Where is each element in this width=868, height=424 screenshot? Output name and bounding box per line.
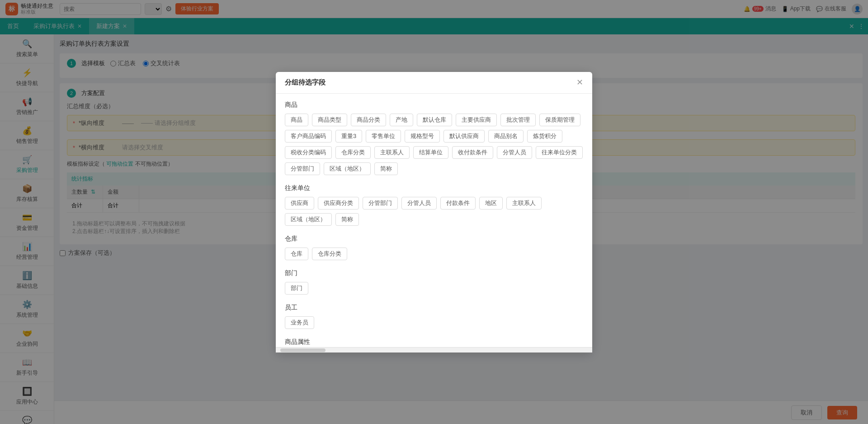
- field-tag-0-20[interactable]: 分管人员: [497, 146, 532, 159]
- field-tag-0-7[interactable]: 保质期管理: [539, 114, 580, 126]
- modal-close-icon[interactable]: ✕: [576, 78, 583, 86]
- field-tag-0-15[interactable]: 税收分类编码: [285, 146, 332, 159]
- field-tag-1-0[interactable]: 供应商: [285, 197, 314, 210]
- field-section-1: 往来单位供应商供应商分类分管部门分管人员付款条件地区主联系人区域（地区）简称: [285, 184, 583, 226]
- field-tag-0-18[interactable]: 结算单位: [413, 146, 448, 159]
- field-section-title-3: 部门: [285, 269, 583, 277]
- field-tag-0-21[interactable]: 往来单位分类: [536, 146, 583, 159]
- field-tag-0-0[interactable]: 商品: [285, 114, 308, 126]
- field-section-title-0: 商品: [285, 101, 583, 109]
- field-tag-0-10[interactable]: 零售单位: [366, 130, 401, 143]
- field-tag-0-2[interactable]: 商品分类: [351, 114, 386, 126]
- field-tag-1-2[interactable]: 分管部门: [363, 197, 398, 210]
- field-section-2: 仓库仓库仓库分类: [285, 235, 583, 260]
- field-tag-0-6[interactable]: 批次管理: [500, 114, 536, 126]
- field-tag-1-7[interactable]: 区域（地区）: [285, 213, 332, 226]
- field-section-title-2: 仓库: [285, 235, 583, 243]
- field-tag-2-1[interactable]: 仓库分类: [312, 248, 347, 260]
- field-section-title-1: 往来单位: [285, 184, 583, 192]
- modal-overlay[interactable]: 分组待选字段 ✕ 商品商品商品类型商品分类产地默认仓库主要供应商批次管理保质期管…: [0, 0, 868, 424]
- field-tag-0-16[interactable]: 仓库分类: [335, 146, 371, 159]
- field-tag-0-5[interactable]: 主要供应商: [456, 114, 497, 126]
- field-section-3: 部门部门: [285, 269, 583, 295]
- field-tag-0-19[interactable]: 收付款条件: [452, 146, 493, 159]
- field-tag-0-12[interactable]: 默认供应商: [443, 130, 485, 143]
- field-tag-0-9[interactable]: 重量3: [335, 130, 362, 143]
- modal-title: 分组待选字段: [285, 78, 326, 87]
- modal-hscroll-thumb: [280, 348, 326, 352]
- field-tag-0-22[interactable]: 分管部门: [285, 162, 320, 175]
- modal-header: 分组待选字段 ✕: [276, 72, 592, 94]
- field-tag-0-24[interactable]: 简称: [374, 162, 398, 175]
- field-tag-1-1[interactable]: 供应商分类: [318, 197, 359, 210]
- modal-hscroll[interactable]: [276, 347, 592, 353]
- field-tag-1-8[interactable]: 简称: [335, 213, 359, 226]
- field-tag-1-3[interactable]: 分管人员: [401, 197, 437, 210]
- field-section-5: 商品属性属性颜色多规格尺码鞋码1: [285, 338, 583, 347]
- field-tag-0-14[interactable]: 炼货积分: [527, 130, 562, 143]
- field-tags-4: 业务员: [285, 316, 583, 329]
- field-tag-0-8[interactable]: 客户商品编码: [285, 130, 332, 143]
- field-tag-0-23[interactable]: 区域（地区）: [324, 162, 371, 175]
- field-section-title-5: 商品属性: [285, 338, 583, 346]
- field-tag-2-0[interactable]: 仓库: [285, 248, 308, 260]
- field-tag-0-13[interactable]: 商品别名: [488, 130, 524, 143]
- field-tags-2: 仓库仓库分类: [285, 248, 583, 260]
- field-section-4: 员工业务员: [285, 304, 583, 329]
- field-tags-0: 商品商品类型商品分类产地默认仓库主要供应商批次管理保质期管理客户商品编码重量3零…: [285, 114, 583, 175]
- field-tag-0-4[interactable]: 默认仓库: [417, 114, 452, 126]
- field-section-title-4: 员工: [285, 304, 583, 312]
- field-tag-0-3[interactable]: 产地: [390, 114, 413, 126]
- modal-dialog: 分组待选字段 ✕ 商品商品商品类型商品分类产地默认仓库主要供应商批次管理保质期管…: [276, 72, 592, 353]
- field-tag-1-6[interactable]: 主联系人: [506, 197, 542, 210]
- modal-body[interactable]: 商品商品商品类型商品分类产地默认仓库主要供应商批次管理保质期管理客户商品编码重量…: [276, 94, 592, 347]
- field-tags-1: 供应商供应商分类分管部门分管人员付款条件地区主联系人区域（地区）简称: [285, 197, 583, 226]
- field-tag-0-11[interactable]: 规格型号: [405, 130, 440, 143]
- field-tags-3: 部门: [285, 282, 583, 295]
- field-tag-3-0[interactable]: 部门: [285, 282, 308, 295]
- field-tag-0-1[interactable]: 商品类型: [312, 114, 347, 126]
- field-tag-0-17[interactable]: 主联系人: [374, 146, 410, 159]
- field-section-0: 商品商品商品类型商品分类产地默认仓库主要供应商批次管理保质期管理客户商品编码重量…: [285, 101, 583, 175]
- field-tag-1-5[interactable]: 地区: [479, 197, 503, 210]
- field-tag-4-0[interactable]: 业务员: [285, 316, 314, 329]
- modal-sections: 商品商品商品类型商品分类产地默认仓库主要供应商批次管理保质期管理客户商品编码重量…: [285, 101, 583, 347]
- field-tag-1-4[interactable]: 付款条件: [440, 197, 476, 210]
